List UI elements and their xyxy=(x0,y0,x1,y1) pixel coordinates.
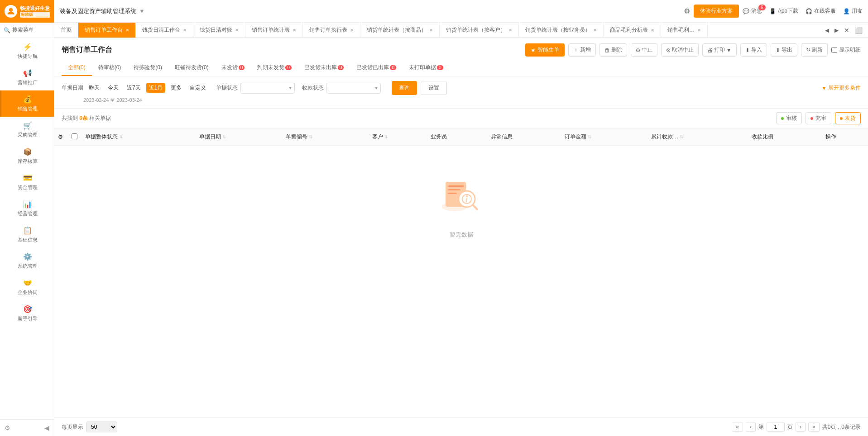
stop-button[interactable]: ⊙ 中止 xyxy=(631,43,657,57)
sub-tab-shipped-not-out[interactable]: 已发货未出库0 xyxy=(298,60,350,76)
tab-home[interactable]: 首页 xyxy=(54,23,78,38)
tab-daily-clear[interactable]: 钱货日清工作台 ✕ xyxy=(136,23,193,38)
expand-filter-button[interactable]: ▼ 展开更多条件 xyxy=(821,84,861,92)
sub-tab-overdue-not-shipped[interactable]: 到期未发货0 xyxy=(251,60,298,76)
date-option-yesterday[interactable]: 昨天 xyxy=(86,83,102,93)
app-download-area[interactable]: 📱 App下载 xyxy=(769,7,798,15)
topbar-dropdown-icon[interactable]: ▼ xyxy=(139,8,145,14)
sidebar-item-system[interactable]: ⚙️ 系统管理 xyxy=(0,248,54,274)
page-first-button[interactable]: « xyxy=(732,422,743,432)
svg-line-8 xyxy=(473,205,477,209)
settings-bottom-icon[interactable]: ⚙ xyxy=(5,424,10,431)
sub-tab-not-shipped[interactable]: 未发货0 xyxy=(215,60,251,76)
date-option-today[interactable]: 今天 xyxy=(105,83,121,93)
tab-sales-profit[interactable]: 销售毛利… ✕ xyxy=(661,23,708,38)
tab-goods-stats-product[interactable]: 销货单统计表（按商品） ✕ xyxy=(360,23,440,38)
sidebar-item-label: 资金管理 xyxy=(18,184,38,191)
payment-select[interactable] xyxy=(326,83,381,94)
tab-close-icon[interactable]: ✕ xyxy=(697,28,701,33)
sidebar-item-search[interactable]: 🔍 搜索菜单 xyxy=(0,23,54,38)
tab-sales-order[interactable]: 销售订单工作台 ✕ xyxy=(78,23,136,38)
sidebar-item-finance[interactable]: 💳 资金管理 xyxy=(0,169,54,195)
column-settings-icon[interactable]: ⚙ xyxy=(58,134,63,140)
status-select[interactable] xyxy=(240,83,295,94)
tab-close-icon[interactable]: ✕ xyxy=(183,28,187,33)
refresh-button[interactable]: ↻ 刷新 xyxy=(801,43,828,57)
sidebar-item-guide[interactable]: 🎯 新手引导 xyxy=(0,300,54,327)
tab-close-icon[interactable]: ✕ xyxy=(651,28,654,33)
page-prev-button[interactable]: ‹ xyxy=(746,422,756,432)
tab-prev-icon[interactable]: ◀ xyxy=(823,25,831,35)
review-button[interactable]: 审核 xyxy=(776,112,802,124)
overdue-badge: 0 xyxy=(285,65,292,70)
date-option-7days[interactable]: 近7天 xyxy=(124,83,144,93)
th-customer[interactable]: 客户 xyxy=(369,128,427,146)
page-title: 销售订单工作台 xyxy=(62,45,112,55)
delete-button[interactable]: 🗑 删除 xyxy=(599,43,627,57)
topbar-settings-icon[interactable]: ⚙ xyxy=(684,7,690,15)
tab-close-icon[interactable]: ✕ xyxy=(429,28,433,33)
tab-goods-stats-customer[interactable]: 销货单统计表（按客户） ✕ xyxy=(440,23,519,38)
import-button[interactable]: ⬇ 导入 xyxy=(740,43,767,57)
tab-close-icon[interactable]: ✕ xyxy=(593,28,597,33)
tab-close-icon[interactable]: ✕ xyxy=(125,28,129,33)
tab-reconcile[interactable]: 钱货日清对账 ✕ xyxy=(193,23,245,38)
th-overall-status[interactable]: 单据整体状态 xyxy=(82,128,196,146)
tab-goods-stats-salesperson[interactable]: 销货单统计表（按业务员） ✕ xyxy=(519,23,604,38)
th-date[interactable]: 单据日期 xyxy=(196,128,282,146)
smart-order-button[interactable]: ★ 智能生单 xyxy=(525,43,565,57)
sidebar-item-enterprise[interactable]: 🤝 企业协同 xyxy=(0,274,54,300)
date-option-custom[interactable]: 自定义 xyxy=(187,83,209,93)
tab-close-icon[interactable]: ✕ xyxy=(508,28,512,33)
query-button[interactable]: 查询 xyxy=(392,81,417,95)
user-area[interactable]: 👤 用友 xyxy=(843,7,863,15)
page-number-input[interactable] xyxy=(767,422,785,432)
date-option-1month[interactable]: 近1月 xyxy=(146,83,166,93)
sub-tab-pending-review[interactable]: 待审核(0) xyxy=(92,60,128,76)
export-button[interactable]: ⬆ 导出 xyxy=(771,43,797,57)
per-page-select[interactable]: 10 20 50 100 xyxy=(86,422,117,432)
online-service-area[interactable]: 🎧 在线客服 xyxy=(806,7,836,15)
date-option-more[interactable]: 更多 xyxy=(168,83,184,93)
sub-tab-shipped-out[interactable]: 已发货已出库0 xyxy=(350,60,403,76)
show-detail-input[interactable] xyxy=(831,47,837,53)
tab-order-exec[interactable]: 销售订单执行表 ✕ xyxy=(303,23,360,38)
ship-button[interactable]: 发货 xyxy=(835,112,861,124)
th-order-amount[interactable]: 订单金额 xyxy=(561,128,647,146)
select-all-checkbox[interactable] xyxy=(72,133,77,139)
sidebar-item-basic-info[interactable]: 📋 基础信息 xyxy=(0,222,54,248)
sub-tab-pending-check[interactable]: 待拣验货(0) xyxy=(127,60,168,76)
solution-button[interactable]: 体验行业方案 xyxy=(694,5,739,18)
add-button[interactable]: ＋ 新增 xyxy=(568,43,596,57)
tab-order-stats[interactable]: 销售订单统计表 ✕ xyxy=(245,23,303,38)
user-label: 用友 xyxy=(852,7,863,15)
sidebar-item-marketing[interactable]: 📢 营销推广 xyxy=(0,64,54,90)
table-header: ⚙ 单据整体状态 单据日期 单据编号 客户 业务员 异常信息 订单金额 xyxy=(54,128,868,146)
set-button[interactable]: 设置 xyxy=(421,81,447,95)
sidebar-item-sales[interactable]: 💰 销售管理 xyxy=(0,90,54,117)
th-number[interactable]: 单据编号 xyxy=(282,128,369,146)
cancel-review-button[interactable]: 充审 xyxy=(806,112,831,124)
show-detail-checkbox[interactable]: 显示明细 xyxy=(831,46,861,54)
collapse-icon[interactable]: ◀ xyxy=(44,424,49,431)
sidebar-item-management[interactable]: 📊 经营管理 xyxy=(0,195,54,222)
sub-tab-all[interactable]: 全部(0) xyxy=(62,60,92,76)
sidebar-item-inventory[interactable]: 📦 库存核算 xyxy=(0,143,54,169)
sidebar-item-quick-nav[interactable]: ⚡ 快捷导航 xyxy=(0,38,54,64)
page-next-button[interactable]: › xyxy=(796,422,806,432)
tab-close-all-icon[interactable]: ✕ xyxy=(842,25,851,36)
tab-maximize-icon[interactable]: ⬜ xyxy=(853,25,864,36)
tab-close-icon[interactable]: ✕ xyxy=(293,28,296,33)
cancel-stop-button[interactable]: ⊗ 取消中止 xyxy=(661,43,699,57)
th-accumulated-payment[interactable]: 累计收款… xyxy=(647,128,748,146)
sub-tab-shop-pending[interactable]: 旺铺待发货(0) xyxy=(168,60,215,76)
print-button[interactable]: 🖨 打印 ▼ xyxy=(702,43,737,57)
sidebar-item-purchase[interactable]: 🛒 采购管理 xyxy=(0,117,54,143)
tab-profit-analysis[interactable]: 商品毛利分析表 ✕ xyxy=(604,23,661,38)
page-last-button[interactable]: » xyxy=(808,422,820,432)
tab-next-icon[interactable]: ▶ xyxy=(833,25,840,35)
sub-tab-not-printed[interactable]: 未打印单据0 xyxy=(403,60,450,76)
tab-close-icon[interactable]: ✕ xyxy=(235,28,239,33)
tab-close-icon[interactable]: ✕ xyxy=(350,28,354,33)
message-icon-area[interactable]: 💬 消息 6 xyxy=(743,7,762,15)
